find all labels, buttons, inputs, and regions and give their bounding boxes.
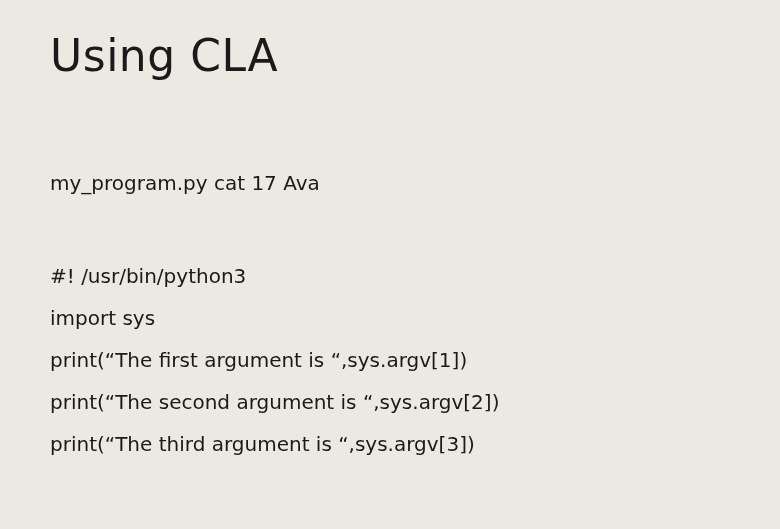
command-line-invocation: my_program.py cat 17 Ava (50, 171, 730, 195)
slide-title: Using CLA (50, 30, 730, 81)
code-block: #! /usr/bin/python3 import sys print(“Th… (50, 263, 730, 457)
code-line-import: import sys (50, 305, 730, 331)
code-line-print-3: print(“The third argument is “,sys.argv[… (50, 431, 730, 457)
code-line-print-2: print(“The second argument is “,sys.argv… (50, 389, 730, 415)
code-line-shebang: #! /usr/bin/python3 (50, 263, 730, 289)
code-line-print-1: print(“The first argument is “,sys.argv[… (50, 347, 730, 373)
